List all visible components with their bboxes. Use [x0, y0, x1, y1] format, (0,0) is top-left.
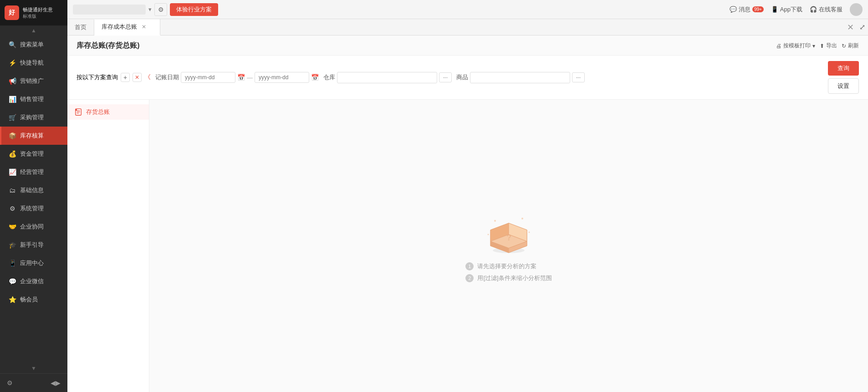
hint-item-1: 1 请先选择要分析的方案 — [465, 262, 551, 270]
user-avatar[interactable] — [850, 3, 863, 16]
topbar-left: ▾ ⚙ 体验行业方案 — [73, 3, 726, 16]
collapse-footer-btn[interactable]: ◀▶ — [51, 379, 61, 387]
logo-icon: 好 — [5, 5, 19, 20]
filter-label: 按以下方案查询 — [77, 73, 118, 81]
settings-btn[interactable]: 设置 — [828, 78, 859, 94]
hint-num-1: 1 — [465, 262, 474, 270]
filter-warehouse-input[interactable] — [337, 72, 437, 83]
wechat-icon: 💬 — [8, 278, 16, 285]
filter-row-top: 按以下方案查询 + ✕ 《 记账日期 📅 — 📅 仓库 — [77, 61, 859, 94]
export-icon: ⬆ — [820, 43, 824, 49]
topbar-right: 💬 消息 99+ 📱 App下载 🎧 在线客服 — [730, 3, 863, 16]
query-btn[interactable]: 查询 — [828, 61, 859, 76]
purchase-icon: 🛒 — [8, 114, 16, 121]
main-table-area: ? 1 请先选择要分析的方案 2 — [149, 100, 868, 392]
sidebar-scroll-down[interactable]: ▼ — [0, 363, 67, 373]
filter-product-input[interactable] — [470, 72, 570, 83]
hint-num-2: 2 — [465, 274, 474, 282]
tab-expand-btn[interactable]: ⤢ — [857, 23, 868, 31]
tab-close-btn[interactable]: ✕ — [142, 24, 146, 30]
app-logo: 好 畅捷通好生意 标准版 — [0, 0, 67, 25]
sidebar-item-inventory[interactable]: 📦 库存核算 — [0, 127, 67, 145]
svg-point-13 — [494, 220, 496, 222]
headset-icon: 🎧 — [810, 6, 817, 13]
svg-point-4 — [76, 109, 77, 111]
industry-solution-btn[interactable]: 体验行业方案 — [170, 3, 218, 16]
filter-date-field: 记账日期 📅 — 📅 — [155, 72, 319, 83]
sidebar-item-basic-info[interactable]: 🗂 基础信息 — [0, 181, 67, 199]
filter-date-separator: — — [247, 74, 253, 81]
quick-nav-icon: ⚡ — [8, 59, 16, 66]
filter-add-btn[interactable]: + — [121, 73, 130, 82]
sidebar: 好 畅捷通好生意 标准版 ▲ 🔍 搜索菜单 ⚡ 快捷导航 📢 营销推广 📊 销售… — [0, 0, 67, 392]
sidebar-item-member[interactable]: ⭐ 畅会员 — [0, 290, 67, 309]
tab-home[interactable]: 首页 — [67, 20, 94, 35]
app-download-btn[interactable]: 📱 App下载 — [771, 5, 802, 14]
page-header-actions: 🖨 按模板打印 ▾ ⬆ 导出 ↻ 刷新 — [776, 42, 859, 50]
content-row: 存货总账 — [67, 100, 868, 392]
topbar-settings-btn[interactable]: ⚙ — [154, 3, 167, 16]
sidebar-item-operations[interactable]: 📈 经营管理 — [0, 163, 67, 181]
print-icon: 🖨 — [776, 43, 781, 49]
calendar-end-icon[interactable]: 📅 — [311, 74, 319, 81]
phone-icon: 📱 — [771, 6, 778, 13]
topbar-search-area — [73, 5, 146, 15]
filter-date-to-input[interactable] — [255, 72, 309, 83]
empty-hints: 1 请先选择要分析的方案 2 用[过滤]条件来缩小分析范围 — [465, 262, 551, 282]
guide-icon: 🎓 — [8, 241, 16, 249]
tab-inventory-cost[interactable]: 库存成本总账 ✕ — [94, 19, 160, 36]
refresh-btn[interactable]: ↻ 刷新 — [842, 42, 859, 50]
inventory-icon: 📦 — [8, 132, 16, 139]
sidebar-item-quick-nav[interactable]: ⚡ 快捷导航 — [0, 54, 67, 72]
hint-item-2: 2 用[过滤]条件来缩小分析范围 — [465, 274, 551, 282]
finance-icon: 💰 — [8, 150, 16, 158]
export-btn[interactable]: ⬆ 导出 — [820, 42, 837, 50]
sidebar-item-finance[interactable]: 💰 资金管理 — [0, 145, 67, 163]
filter-action-btns: 查询 设置 — [828, 61, 859, 94]
message-btn[interactable]: 💬 消息 99+ — [730, 5, 764, 14]
left-panel-item-stock-ledger[interactable]: 存货总账 — [67, 104, 149, 120]
page-area: 库存总账(存货总账) 🖨 按模板打印 ▾ ⬆ 导出 ↻ 刷新 — [67, 36, 868, 392]
filter-close-btn[interactable]: ✕ — [133, 73, 142, 82]
calendar-start-icon[interactable]: 📅 — [237, 74, 245, 81]
sidebar-footer: ⚙ ◀▶ — [0, 373, 67, 392]
sidebar-item-app-center[interactable]: 📱 应用中心 — [0, 254, 67, 272]
filter-date-from-input[interactable] — [181, 72, 235, 83]
svg-point-16 — [528, 232, 530, 233]
sidebar-item-cooperation[interactable]: 🤝 企业协同 — [0, 218, 67, 236]
topbar-dropdown-icon[interactable]: ▾ — [148, 6, 152, 13]
filter-collapse-icon[interactable]: 《 — [144, 73, 151, 81]
tab-panel-close-btn[interactable]: ✕ — [844, 22, 857, 32]
online-service-btn[interactable]: 🎧 在线客服 — [810, 5, 842, 14]
sidebar-item-wechat[interactable]: 💬 企业微信 — [0, 272, 67, 290]
search-icon: 🔍 — [8, 41, 16, 48]
filter-section: 按以下方案查询 + ✕ 《 记账日期 📅 — 📅 仓库 — [67, 56, 868, 100]
message-badge: 99+ — [752, 6, 764, 12]
sidebar-item-marketing[interactable]: 📢 营销推广 — [0, 72, 67, 90]
product-more-btn[interactable]: ··· — [572, 72, 585, 82]
print-dropdown-icon: ▾ — [812, 43, 815, 49]
sidebar-item-purchase[interactable]: 🛒 采购管理 — [0, 108, 67, 127]
sidebar-item-sales[interactable]: 📊 销售管理 — [0, 90, 67, 108]
left-panel: 存货总账 — [67, 100, 149, 392]
sidebar-scroll-up[interactable]: ▲ — [0, 25, 67, 36]
print-btn[interactable]: 🖨 按模板打印 ▾ — [776, 42, 815, 50]
sidebar-item-guide[interactable]: 🎓 新手引导 — [0, 236, 67, 254]
sidebar-item-system[interactable]: ⚙ 系统管理 — [0, 199, 67, 218]
sales-icon: 📊 — [8, 96, 16, 103]
tabs-bar: 首页 库存成本总账 ✕ ✕ ⤢ — [67, 19, 868, 36]
sidebar-item-search-menu[interactable]: 🔍 搜索菜单 — [0, 36, 67, 54]
filter-product-field: 商品 ··· — [456, 72, 585, 83]
basic-info-icon: 🗂 — [8, 187, 16, 194]
settings-footer-btn[interactable]: ⚙ — [7, 379, 13, 387]
empty-state-illustration: ? — [481, 209, 536, 255]
topbar: ▾ ⚙ 体验行业方案 💬 消息 99+ 📱 App下载 🎧 在线客服 — [67, 0, 868, 19]
refresh-icon: ↻ — [842, 43, 846, 49]
main-content: ▾ ⚙ 体验行业方案 💬 消息 99+ 📱 App下载 🎧 在线客服 首页 库存 — [67, 0, 868, 392]
warehouse-more-btn[interactable]: ··· — [439, 72, 452, 82]
filter-product-label: 商品 — [456, 73, 468, 81]
svg-text:?: ? — [506, 233, 511, 242]
page-header: 库存总账(存货总账) 🖨 按模板打印 ▾ ⬆ 导出 ↻ 刷新 — [67, 36, 868, 56]
filter-warehouse-label: 仓库 — [323, 73, 335, 81]
empty-state: ? 1 请先选择要分析的方案 2 — [465, 209, 551, 282]
